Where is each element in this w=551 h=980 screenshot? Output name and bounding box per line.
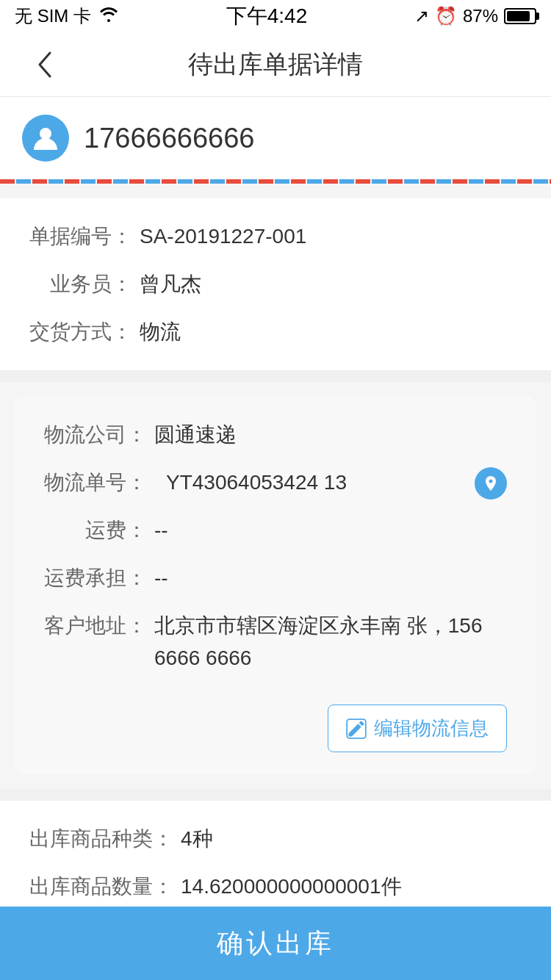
- avatar: [22, 115, 69, 162]
- alarm-icon: ⏰: [435, 6, 457, 26]
- tracking-label: 物流单号：: [44, 466, 147, 500]
- salesperson-label: 业务员：: [29, 268, 132, 301]
- nav-bar: 待出库单据详情: [0, 32, 551, 97]
- doc-no-row: 单据编号： SA-20191227-001: [29, 220, 522, 253]
- logistics-section: 物流公司： 圆通速递 物流单号： YT43064053424 13 运费： --…: [15, 397, 536, 774]
- address-row: 客户地址： 北京市市辖区海淀区永丰南 张，156 6666 6666: [44, 610, 507, 676]
- goods-types-value: 4种: [181, 823, 522, 856]
- back-button[interactable]: [22, 43, 66, 87]
- svg-point-0: [40, 128, 51, 140]
- user-header: 17666666666: [0, 97, 551, 179]
- tracking-map-button[interactable]: [475, 467, 507, 500]
- location-status-icon: ↗: [414, 6, 429, 26]
- edit-logistics-label: 编辑物流信息: [374, 716, 489, 741]
- doc-no-label: 单据编号：: [29, 220, 132, 253]
- logistics-company-value: 圆通速递: [154, 419, 507, 452]
- tracking-row: 物流单号： YT43064053424 13: [44, 466, 507, 500]
- freight-row: 运费： --: [44, 514, 507, 547]
- battery-icon: [504, 8, 536, 24]
- freight-value: --: [154, 514, 507, 547]
- address-label: 客户地址：: [44, 610, 147, 643]
- freight-bearer-value: --: [154, 562, 507, 595]
- page-title: 待出库单据详情: [188, 48, 363, 82]
- goods-quantity-label: 出库商品数量：: [29, 871, 173, 904]
- address-value: 北京市市辖区海淀区永丰南 张，156 6666 6666: [154, 610, 507, 676]
- tracking-value: YT43064053424 13: [166, 466, 463, 500]
- delivery-method-label: 交货方式：: [29, 316, 132, 349]
- battery-text: 87%: [463, 6, 498, 26]
- logistics-company-label: 物流公司：: [44, 419, 147, 452]
- doc-no-value: SA-20191227-001: [140, 220, 522, 253]
- delivery-method-value: 物流: [140, 316, 522, 349]
- delivery-method-row: 交货方式： 物流: [29, 316, 522, 349]
- goods-types-label: 出库商品种类：: [29, 823, 173, 856]
- status-left: 无 SIM 卡: [15, 4, 119, 28]
- status-time: 下午4:42: [226, 2, 308, 30]
- goods-types-row: 出库商品种类： 4种: [29, 823, 522, 856]
- confirm-button[interactable]: 确认出库: [0, 907, 551, 980]
- gray-divider-1: [0, 370, 551, 382]
- user-phone: 17666666666: [84, 123, 254, 154]
- freight-label: 运费：: [44, 514, 147, 547]
- gray-divider-2: [0, 789, 551, 801]
- freight-bearer-label: 运费承担：: [44, 562, 147, 595]
- edit-logistics-button[interactable]: 编辑物流信息: [328, 705, 507, 752]
- basic-info-section: 单据编号： SA-20191227-001 业务员： 曾凡杰 交货方式： 物流: [0, 198, 551, 370]
- salesperson-row: 业务员： 曾凡杰: [29, 268, 522, 301]
- goods-quantity-value: 14.620000000000001件: [181, 871, 522, 904]
- goods-quantity-row: 出库商品数量： 14.620000000000001件: [29, 871, 522, 904]
- edit-btn-container: 编辑物流信息: [44, 690, 507, 752]
- carrier-text: 无 SIM 卡: [15, 4, 91, 28]
- confirm-button-label: 确认出库: [217, 926, 334, 962]
- wifi-icon: [98, 6, 119, 26]
- status-right: ↗ ⏰ 87%: [414, 6, 536, 26]
- salesperson-value: 曾凡杰: [140, 268, 522, 301]
- status-bar: 无 SIM 卡 下午4:42 ↗ ⏰ 87%: [0, 0, 551, 32]
- freight-bearer-row: 运费承担： --: [44, 562, 507, 595]
- logistics-company-row: 物流公司： 圆通速递: [44, 419, 507, 452]
- dashed-divider: [0, 179, 551, 184]
